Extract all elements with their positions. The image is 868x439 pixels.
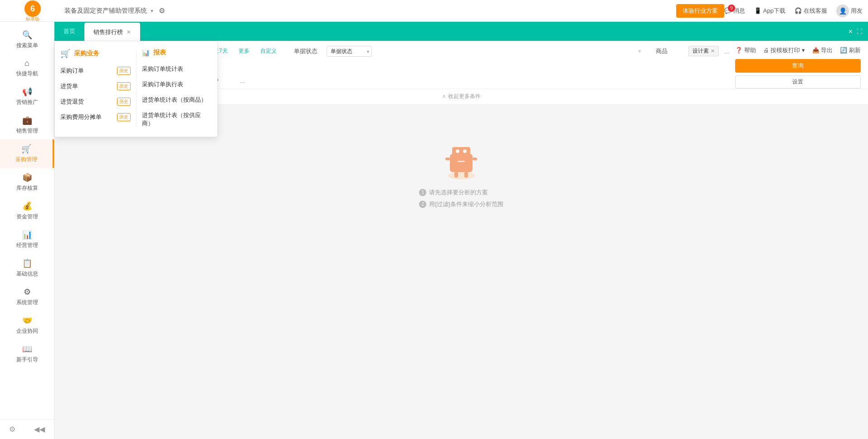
incoming-label: 进货单 <box>60 82 78 90</box>
system-title-text: 装备及固定资产辅助管理系统 <box>64 7 147 15</box>
svg-point-6 <box>463 149 467 153</box>
query-button[interactable]: 查询 <box>735 59 861 73</box>
tab-bar-actions: ✕ ⛶ <box>848 28 868 35</box>
export-link[interactable]: 📤 导出 <box>812 46 833 54</box>
menu-item-order-exec[interactable]: 采购订单执行表 <box>142 77 212 92</box>
tab-home[interactable]: 首页 <box>54 22 84 41</box>
help-link[interactable]: ❓ 帮助 <box>735 46 756 54</box>
refresh-icon: 🔄 <box>840 47 847 54</box>
goods-tag-close[interactable]: ✕ <box>711 48 715 54</box>
incoming-supplier-label: 进货单统计表（按供应商） <box>142 111 212 128</box>
shortcut-custom[interactable]: 自定义 <box>258 45 279 57</box>
return-label: 进货退货 <box>60 98 84 106</box>
sidebar-collapse-icon[interactable]: ◀◀ <box>34 425 45 434</box>
export-label: 导出 <box>821 47 833 54</box>
print-link[interactable]: 🖨 按模板打印 ▾ <box>763 46 805 54</box>
sidebar-label-system: 系统管理 <box>16 299 38 306</box>
sidebar-item-finance[interactable]: 💰 资金管理 <box>0 197 54 225</box>
help-label: 帮助 <box>744 47 756 54</box>
refresh-label: 刷新 <box>849 47 861 54</box>
sidebar-label-guide: 新手引导 <box>16 356 38 364</box>
empty-tip-1: 1 请先选择要分析的方案 <box>419 187 503 198</box>
order-status-label: 单据状态 <box>294 47 321 55</box>
menu-item-return[interactable]: 进货退货 历史 <box>60 94 131 109</box>
menu-item-purchase-order[interactable]: 采购订单 历史 <box>60 63 131 79</box>
tab-maximize-icon[interactable]: ⛶ <box>857 28 863 35</box>
sidebar-item-marketing[interactable]: 📢 营销推广 <box>0 82 54 111</box>
toolbar-links: ❓ 帮助 🖨 按模板打印 ▾ 📤 导出 <box>735 46 861 54</box>
top-bar: 6 标准版 装备及固定资产辅助管理系统 ▾ ⚙ 体验行业方案 💬 9 消息 📱 … <box>0 0 868 22</box>
menu-item-incoming[interactable]: 进货单 历史 <box>60 79 131 94</box>
expense-history-badge[interactable]: 历史 <box>117 113 131 121</box>
print-label: 按模板打印 <box>770 47 800 54</box>
sidebar-item-inventory[interactable]: 📦 库存核算 <box>0 168 54 197</box>
svg-point-5 <box>456 149 459 153</box>
settings-icon[interactable]: ⚙ <box>159 6 165 15</box>
sidebar-item-purchase[interactable]: 🛒 采购管理 <box>0 139 54 168</box>
sidebar-bottom: ⚙ ◀◀ <box>0 419 54 439</box>
order-stats-label: 采购订单统计表 <box>142 65 183 73</box>
order-status-select[interactable]: 单据状态 <box>327 46 372 57</box>
svg-point-2 <box>448 172 475 179</box>
expense-label: 采购费用分摊单 <box>60 113 102 121</box>
menu-col2-title: 报表 <box>153 49 166 57</box>
purchase-business-icon: 🛒 <box>60 49 70 59</box>
print-icon: 🖨 <box>763 47 769 54</box>
industry-btn[interactable]: 体验行业方案 <box>676 4 724 18</box>
purchase-order-history-badge[interactable]: 历史 <box>117 67 131 75</box>
shortcut-more[interactable]: 更多 <box>236 45 252 57</box>
user-area[interactable]: 👤 用友 <box>836 5 863 17</box>
goods-tag-text: 设计素 <box>692 47 709 55</box>
sidebar-label-quick-nav: 快捷导航 <box>16 70 38 78</box>
menu-col-purchase-business: 🛒 采购业务 采购订单 历史 进货单 历史 进货退货 历史 采购费用分摊单 历史 <box>55 47 136 131</box>
menu-item-order-stats[interactable]: 采购订单统计表 <box>142 61 212 77</box>
guide-icon: 📖 <box>22 344 32 354</box>
customer-ellipsis[interactable]: ... <box>239 77 245 84</box>
empty-tips: 1 请先选择要分析的方案 2 用[过滤]条件来缩小分析范围 <box>419 187 503 210</box>
app-download-btn[interactable]: 📱 App下载 <box>754 7 785 15</box>
return-history-badge[interactable]: 历史 <box>117 98 131 106</box>
svg-text:6: 6 <box>30 4 35 13</box>
incoming-history-badge[interactable]: 历史 <box>117 82 131 90</box>
tab-close-icon[interactable]: ✕ <box>127 29 131 35</box>
sidebar-label-basic-info: 基础信息 <box>16 270 38 278</box>
refresh-link[interactable]: 🔄 刷新 <box>840 46 861 54</box>
sidebar-item-system[interactable]: ⚙ 系统管理 <box>0 282 54 311</box>
home-icon: ⌂ <box>24 59 29 68</box>
sidebar-item-quick-nav[interactable]: ⌂ 快捷导航 <box>0 54 54 82</box>
sidebar-item-operations[interactable]: 📊 经营管理 <box>0 225 54 254</box>
svg-rect-10 <box>454 172 458 178</box>
tab-sales-ranking-label: 销售排行榜 <box>93 28 123 36</box>
tab-close-all-icon[interactable]: ✕ <box>848 28 853 35</box>
logo-subtitle: 标准版 <box>26 17 39 21</box>
sidebar-item-search[interactable]: 🔍 搜索菜单 <box>0 25 54 54</box>
action-buttons: ❓ 帮助 🖨 按模板打印 ▾ 📤 导出 <box>735 45 861 89</box>
sidebar-settings-icon[interactable]: ⚙ <box>9 425 15 434</box>
empty-tip-1-text: 请先选择要分析的方案 <box>429 187 488 198</box>
sidebar-item-enterprise[interactable]: 🤝 企业协同 <box>0 311 54 340</box>
goods-ellipsis[interactable]: ... <box>724 48 730 55</box>
svg-rect-7 <box>458 161 465 162</box>
help-icon: ❓ <box>735 47 742 54</box>
sidebar-item-guide[interactable]: 📖 新手引导 <box>0 340 54 368</box>
svg-rect-11 <box>464 172 468 178</box>
online-service-btn[interactable]: 🎧 在线客服 <box>795 7 827 15</box>
message-btn[interactable]: 💬 9 消息 <box>724 7 745 15</box>
print-arrow[interactable]: ▾ <box>802 47 805 54</box>
sidebar-item-sales[interactable]: 💼 销售管理 <box>0 111 54 139</box>
tip-num-1: 1 <box>419 189 426 196</box>
basic-info-icon: 📋 <box>22 258 32 268</box>
empty-tip-2-text: 用[过滤]条件来缩小分析范围 <box>429 198 503 210</box>
settings-button[interactable]: 设置 <box>735 75 861 89</box>
menu-item-purchase-expense[interactable]: 采购费用分摊单 历史 <box>60 109 131 125</box>
app-download-label: App下载 <box>763 7 785 15</box>
sidebar-label-operations: 经营管理 <box>16 242 38 249</box>
tab-sales-ranking[interactable]: 销售排行榜 ✕ <box>84 23 140 42</box>
title-dropdown-arrow[interactable]: ▾ <box>151 8 153 14</box>
purchase-dropdown-menu: 🛒 采购业务 采购订单 历史 进货单 历史 进货退货 历史 采购费用分摊单 历史 <box>54 41 218 137</box>
purchase-icon: 🛒 <box>21 144 31 154</box>
sidebar-item-basic-info[interactable]: 📋 基础信息 <box>0 254 54 282</box>
menu-item-incoming-stats-supplier[interactable]: 进货单统计表（按供应商） <box>142 108 212 131</box>
menu-item-incoming-stats-goods[interactable]: 进货单统计表（按商品） <box>142 92 212 108</box>
order-exec-label: 采购订单执行表 <box>142 80 183 89</box>
